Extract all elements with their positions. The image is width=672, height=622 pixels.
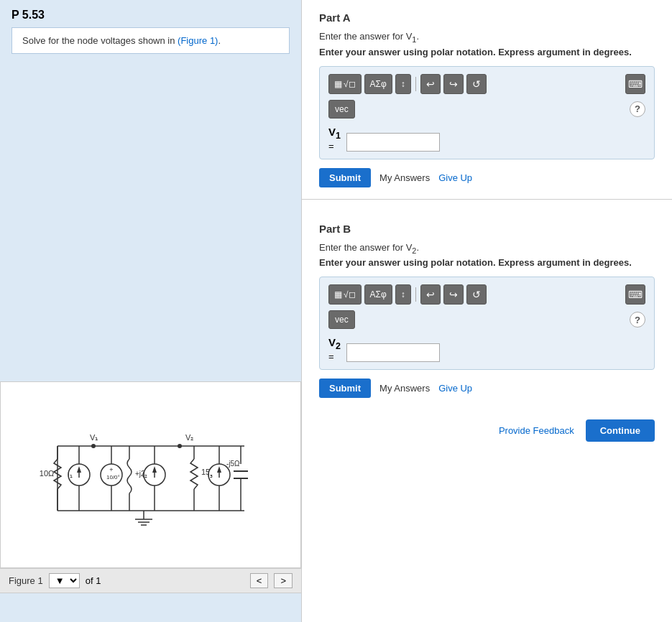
toolbar-sep-1	[415, 77, 416, 91]
sqrt-icon: √◻	[344, 79, 356, 89]
part-b-answer-box: ▦ √◻ ΑΣφ ↕ ↩ ↪ ↺ ⌨ vec ?	[319, 277, 655, 370]
part-b-arrow-btn[interactable]: ↕	[395, 284, 411, 305]
part-a-instruction1: Enter the answer for V1.	[319, 31, 655, 44]
problem-title: P 5.53	[0, 0, 301, 27]
svg-text:-j5Ω: -j5Ω	[226, 460, 240, 468]
part-a-redo-btn[interactable]: ↪	[443, 74, 464, 94]
part-b-sqrt-icon: √◻	[344, 289, 356, 300]
part-b-toolbar-sep	[415, 287, 416, 302]
matrix-icon: ▦	[334, 79, 342, 89]
bottom-row: Provide Feedback Continue	[319, 412, 655, 442]
part-a-refresh-btn[interactable]: ↺	[466, 74, 487, 94]
part-a-vec-btn[interactable]: vec	[328, 100, 355, 119]
part-b-instruction2: Enter your answer using polar notation. …	[319, 257, 655, 268]
left-bottom-area	[0, 593, 301, 622]
part-b-sigma-btn[interactable]: ΑΣφ	[364, 284, 392, 305]
part-b-sigma-label: ΑΣφ	[370, 289, 387, 300]
provide-feedback-link[interactable]: Provide Feedback	[499, 425, 574, 436]
svg-text:V₂: V₂	[185, 433, 193, 442]
svg-text:V₁: V₁	[90, 433, 98, 442]
part-b-title: Part B	[319, 223, 655, 235]
description-end: .	[218, 35, 221, 46]
part-b-actions: Submit My Answers Give Up	[319, 379, 655, 398]
part-divider	[302, 199, 672, 200]
part-a-arrow-btn[interactable]: ↕	[395, 74, 411, 94]
part-b-help-btn[interactable]: ?	[630, 312, 645, 328]
part-a-matrix-btn[interactable]: ▦ √◻	[328, 74, 362, 94]
part-b-matrix-btn[interactable]: ▦ √◻	[328, 284, 362, 305]
svg-point-28	[178, 444, 182, 448]
svg-point-11	[91, 444, 96, 448]
arrow-icon: ↕	[401, 79, 405, 89]
part-b-var-label: V2 =	[328, 336, 341, 362]
part-b-vec-btn[interactable]: vec	[328, 310, 355, 329]
svg-text:+: +	[109, 466, 113, 473]
part-a-answer-input[interactable]	[346, 133, 440, 152]
svg-text:10/0°: 10/0°	[106, 474, 120, 481]
right-panel: Part A Enter the answer for V1. Enter yo…	[302, 0, 672, 622]
part-b-answer-input[interactable]	[346, 343, 440, 362]
part-a-submit-button[interactable]: Submit	[319, 168, 371, 187]
left-panel: P 5.53 Solve for the node voltages shown…	[0, 0, 302, 622]
svg-text:I₃: I₃	[208, 471, 213, 479]
part-b-keyboard-btn[interactable]: ⌨	[625, 284, 645, 305]
sigma-label: ΑΣφ	[370, 79, 387, 89]
part-a-undo-btn[interactable]: ↩	[420, 74, 441, 94]
part-b-vec-row: vec ?	[328, 310, 645, 329]
part-b-instruction1: Enter the answer for V2.	[319, 242, 655, 255]
figure-next-button[interactable]: >	[274, 573, 293, 588]
svg-text:I₂: I₂	[142, 471, 147, 479]
part-b-arrow-icon: ↕	[401, 289, 405, 300]
part-a-vec-row: vec ?	[328, 100, 645, 119]
part-b-section: Part B Enter the answer for V2. Enter yo…	[319, 211, 655, 399]
part-b-give-up-link[interactable]: Give Up	[438, 383, 472, 394]
svg-text:I₁: I₁	[68, 471, 73, 479]
circuit-container: 10Ω + 10/0° V₁	[0, 381, 301, 568]
part-a-input-row: V1 =	[328, 126, 645, 152]
figure-label: Figure 1	[9, 575, 43, 586]
problem-description: Solve for the node voltages shown in (Fi…	[11, 27, 290, 54]
part-b-submit-button[interactable]: Submit	[319, 379, 371, 398]
circuit-diagram: 10Ω + 10/0° V₁	[29, 403, 273, 547]
part-a-var-label: V1 =	[328, 126, 341, 152]
part-a-my-answers-link[interactable]: My Answers	[379, 172, 430, 183]
part-a-sigma-btn[interactable]: ΑΣφ	[364, 74, 392, 94]
continue-button[interactable]: Continue	[586, 419, 655, 442]
figure-prev-button[interactable]: <	[250, 573, 269, 588]
part-b-matrix-icon: ▦	[334, 289, 342, 300]
figure-area: 10Ω + 10/0° V₁	[0, 62, 301, 622]
figure-link[interactable]: (Figure 1)	[178, 35, 218, 46]
part-b-redo-btn[interactable]: ↪	[443, 284, 464, 305]
part-b-refresh-btn[interactable]: ↺	[466, 284, 487, 305]
figure-select[interactable]: ▼	[49, 573, 80, 588]
svg-text:10Ω: 10Ω	[39, 469, 53, 478]
part-a-instruction2: Enter your answer using polar notation. …	[319, 47, 655, 57]
part-a-give-up-link[interactable]: Give Up	[438, 172, 472, 183]
figure-controls: Figure 1 ▼ of 1 < >	[0, 568, 301, 593]
part-b-my-answers-link[interactable]: My Answers	[379, 383, 430, 394]
part-a-answer-box: ▦ √◻ ΑΣφ ↕ ↩ ↪ ↺ ⌨ vec ?	[319, 66, 655, 159]
part-a-actions: Submit My Answers Give Up	[319, 168, 655, 187]
part-a-help-btn[interactable]: ?	[630, 101, 645, 117]
part-b-undo-btn[interactable]: ↩	[420, 284, 441, 305]
part-b-toolbar: ▦ √◻ ΑΣφ ↕ ↩ ↪ ↺ ⌨	[328, 284, 645, 305]
part-a-toolbar: ▦ √◻ ΑΣφ ↕ ↩ ↪ ↺ ⌨	[328, 74, 645, 94]
part-a-keyboard-btn[interactable]: ⌨	[625, 74, 645, 94]
part-a-section: Part A Enter the answer for V1. Enter yo…	[319, 0, 655, 187]
part-b-input-row: V2 =	[328, 336, 645, 362]
description-text: Solve for the node voltages shown in	[22, 35, 178, 46]
part-a-title: Part A	[319, 11, 655, 24]
figure-of: of 1	[86, 575, 101, 586]
